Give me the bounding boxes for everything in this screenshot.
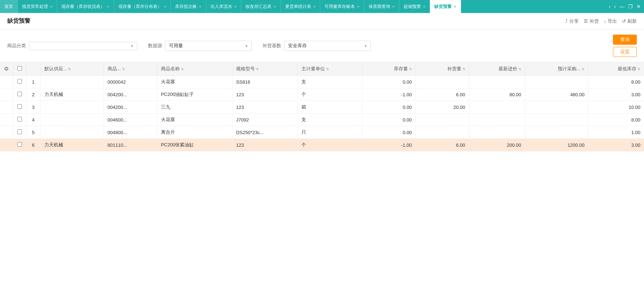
table-cell [525,126,588,139]
table-cell: 1.00 [588,126,644,139]
name-column-header[interactable]: 商品名称⇅ [157,62,232,76]
table-cell: 8.00 [588,76,644,88]
page-title: 缺货预警 [7,17,565,25]
filter-category: 商品分类 ▾ [7,42,137,50]
row-checkbox[interactable] [17,142,22,147]
table-cell: 80.00 [469,88,525,101]
tab-close-expiry-query[interactable]: × [392,4,395,9]
tab-close-available-ledger[interactable]: × [357,4,359,9]
tab-available-ledger[interactable]: 可用量库存账本× [320,0,364,13]
tab-collect-summary[interactable]: 收发存汇总表× [241,0,280,13]
replenish-base-label: 补货基数 [262,43,281,49]
table-cell [469,114,525,126]
table-cell: DS250*23c... [232,126,297,139]
tab-inventory-status[interactable]: 现存量（库存状况表）× [57,0,114,13]
table-cell: 801110... [104,139,157,151]
table-cell: 004200... [104,101,157,114]
window-close-btn[interactable]: ✕ [635,0,643,13]
share-icon: ⤴ [565,18,568,24]
row-checkbox[interactable] [17,117,22,122]
tab-inventory-dist[interactable]: 现存量（库存分布表）× [114,0,171,13]
row-checkbox[interactable] [17,129,22,134]
table-cell[interactable] [13,76,26,88]
stock-column-header[interactable]: 库存量⇅ [362,62,415,76]
category-label: 商品分类 [7,43,26,49]
table-cell: 6 [26,139,40,151]
table-cell: 0.00 [362,101,415,114]
tab-shortage[interactable]: 缺货预警× [430,0,461,13]
row-gear-cell [0,101,13,114]
table-cell[interactable] [13,88,26,101]
tab-expiry-query[interactable]: 保质期查询× [364,0,399,13]
tab-bar: 首页拣货异常处理×现存量（库存状况表）×现存量（库存分布表）×库存批次账×出入库… [0,0,644,13]
replenish-icon: ☰ [584,18,588,24]
tab-exception[interactable]: 拣货异常处理× [18,0,57,13]
window-restore-btn[interactable]: ❐ [626,0,635,13]
min-stock-sort-icon: ⇅ [638,67,640,71]
row-checkbox[interactable] [17,92,22,96]
table-row: 5004800...离合片DS250*23c...只0.001.00 [0,126,644,139]
tab-req-stats[interactable]: 要货单统计表× [281,0,320,13]
table-cell [415,126,469,139]
tab-close-inventory-dist[interactable]: × [164,4,166,9]
settings-button[interactable]: 设置 [613,47,637,57]
table-cell: 0.00 [362,126,415,139]
table-cell[interactable] [13,126,26,139]
table-cell: 离合片 [157,126,232,139]
row-checkbox[interactable] [17,104,22,109]
table-row: 2力天机械004200...PC200油缸缸子123个-1.006.0080.0… [0,88,644,101]
category-select[interactable]: ▾ [29,42,137,50]
table-cell: -1.00 [362,139,415,151]
forecast-column-header[interactable]: 预计采购...⇅ [525,62,588,76]
replenish-button[interactable]: ☰ 补货 [584,18,599,25]
tab-inout-flow[interactable]: 出入库流水× [206,0,241,13]
table-cell [469,76,525,88]
tab-home[interactable]: 首页 [0,0,18,13]
data-table: ⚙ 默认供应...⇅ 商品...⇅ 商品名称⇅ [0,62,644,151]
replenish-column-header[interactable]: 补货量⇅ [415,62,469,76]
row-checkbox[interactable] [17,79,22,84]
gear-icon[interactable]: ⚙ [4,66,9,72]
query-button[interactable]: 查询 [613,35,637,45]
tab-close-shortage[interactable]: × [454,4,456,9]
table-cell: 8.00 [588,114,644,126]
checkbox-column-header[interactable] [13,62,26,76]
code-column-header[interactable]: 商品...⇅ [104,62,157,76]
price-column-header[interactable]: 最新进价⇅ [469,62,525,76]
tab-close-overstock[interactable]: × [423,4,425,9]
table-cell: 1200.00 [525,139,588,151]
tab-nav-prev[interactable]: ‹ [607,0,613,13]
forecast-sort-icon: ⇅ [582,67,584,71]
table-cell: 3 [26,101,40,114]
min-stock-column-header[interactable]: 最低库存⇅ [588,62,644,76]
tab-close-collect-summary[interactable]: × [274,4,276,9]
table-cell: 三九 [157,101,232,114]
share-button[interactable]: ⤴ 分享 [565,18,579,25]
table-cell[interactable] [13,114,26,126]
tab-close-inventory-status[interactable]: × [107,4,109,9]
tab-close-exception[interactable]: × [50,4,52,9]
datasource-select[interactable]: 可用量 ▾ [165,41,252,51]
refresh-button[interactable]: ↺ 刷新 [622,18,637,25]
export-button[interactable]: ↓ 导出 [604,18,617,25]
tab-nav-next[interactable]: › [612,0,618,13]
tab-close-req-stats[interactable]: × [313,4,316,9]
tab-close-inout-flow[interactable]: × [234,4,236,9]
table-cell [40,76,104,88]
select-all-checkbox[interactable] [17,66,22,71]
supplier-column-header[interactable]: 默认供应...⇅ [40,62,104,76]
tab-overstock[interactable]: 超储预警× [399,0,430,13]
spec-column-header[interactable]: 规格型号⇅ [232,62,297,76]
table-cell: 123 [232,139,297,151]
unit-column-header[interactable]: 主计量单位⇅ [297,62,362,76]
supplier-sort-icon: ⇅ [68,67,71,71]
table-header-row: ⚙ 默认供应...⇅ 商品...⇅ 商品名称⇅ [0,62,644,76]
table-cell[interactable] [13,101,26,114]
gear-column-header[interactable]: ⚙ [0,62,13,76]
table-cell[interactable] [13,139,26,151]
window-min-btn[interactable]: — [618,0,626,13]
tab-batch-account[interactable]: 库存批次账× [171,0,206,13]
tab-close-batch-account[interactable]: × [199,4,201,9]
replenish-base-select[interactable]: 安全库存 ▾ [284,41,371,51]
table-cell: 5 [26,126,40,139]
